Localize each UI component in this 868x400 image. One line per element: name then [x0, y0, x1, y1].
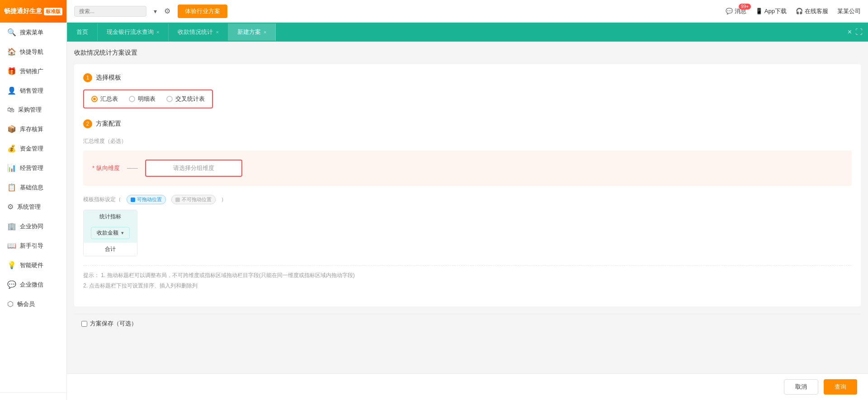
draggable-color-indicator — [131, 198, 135, 202]
dimension-area: 纵向维度 —— 请选择分组维度 — [83, 151, 852, 186]
sidebar-item-smart-hw[interactable]: 💡 智能硬件 — [0, 255, 66, 275]
tab-bar: 首页 现金银行流水查询 × 收款情况统计 × 新建方案 × × ⛶ — [67, 23, 868, 42]
metrics-sum-row: 合计 — [84, 243, 137, 256]
tab-home[interactable]: 首页 — [67, 24, 98, 41]
top-header: ▾ ⚙ 体验行业方案 💬 消息 99+ 📱 App下载 🎧 在线客服 某某公司 — [67, 0, 868, 23]
main-content: 收款情况统计方案设置 1 选择模板 汇总表 — [67, 42, 868, 373]
download-item[interactable]: 📱 App下载 — [755, 7, 787, 15]
sidebar-item-search[interactable]: 🔍 搜索菜单 — [0, 23, 66, 42]
notification-badge: 99+ — [739, 4, 751, 9]
non-draggable-label: 不可拖动位置 — [182, 196, 212, 203]
guide-icon: 📖 — [7, 241, 16, 250]
metrics-setting-title: 模板指标设定（ — [83, 196, 121, 203]
sidebar-label-corp-collab: 企业协同 — [20, 222, 43, 231]
radio-summary[interactable] — [91, 96, 98, 102]
query-button[interactable]: 查询 — [824, 379, 857, 395]
content-wrapper: 收款情况统计方案设置 1 选择模板 汇总表 — [67, 42, 868, 400]
main-area: ▾ ⚙ 体验行业方案 💬 消息 99+ 📱 App下载 🎧 在线客服 某某公司 — [67, 0, 868, 400]
tab-receipt-stats[interactable]: 收款情况统计 × — [169, 24, 228, 41]
template-option-cross[interactable]: 交叉统计表 — [166, 95, 205, 103]
sidebar-label-operations: 经营管理 — [20, 164, 43, 172]
tab-new-plan-close[interactable]: × — [264, 29, 266, 35]
support-item[interactable]: 🎧 在线客服 — [796, 7, 828, 15]
tab-close-all-button[interactable]: × — [848, 28, 852, 36]
tip1-text: 1. 拖动标题栏可以调整布局，不可跨维度或指标区域拖动栏目字段(只能在同一维度或… — [101, 272, 354, 278]
sidebar-item-basic-info[interactable]: 📋 基础信息 — [0, 178, 66, 197]
sidebar-item-membership[interactable]: ⬡ 畅会员 — [0, 294, 66, 314]
page-footer: 方案保存（可选） — [74, 314, 861, 333]
tip1: 提示： 1. 拖动标题栏可以调整布局，不可跨维度或指标区域拖动栏目字段(只能在同… — [83, 271, 852, 280]
dimension-placeholder[interactable]: 请选择分组维度 — [145, 160, 242, 177]
metric-tag-amount[interactable]: 收款金额 ▾ — [91, 227, 130, 239]
sidebar-item-guide[interactable]: 📖 新手引导 — [0, 236, 66, 255]
sidebar-item-inventory[interactable]: 📦 库存核算 — [0, 119, 66, 139]
message-icon: 💬 — [726, 8, 733, 14]
purchase-icon: 🛍 — [7, 106, 14, 114]
tab-expand-button[interactable]: ⛶ — [855, 28, 863, 36]
dimension-row: 纵向维度 —— 请选择分组维度 — [92, 160, 843, 177]
template-cross-label: 交叉统计表 — [175, 95, 205, 103]
tab-new-plan[interactable]: 新建方案 × — [228, 24, 276, 41]
template-option-summary[interactable]: 汇总表 — [91, 95, 118, 103]
tips-prefix: 提示： — [83, 272, 99, 278]
sidebar-label-quick-nav: 快捷导航 — [20, 48, 43, 56]
sidebar-item-marketing[interactable]: 🎁 营销推广 — [0, 61, 66, 81]
sidebar-label-finance: 资金管理 — [20, 145, 43, 153]
template-selector-wrapper: 汇总表 明细表 交叉统计表 — [83, 89, 852, 108]
template-option-detail[interactable]: 明细表 — [129, 95, 156, 103]
bottom-action-bar: 取消 查询 — [67, 373, 868, 400]
save-plan-checkbox-label[interactable]: 方案保存（可选） — [81, 320, 137, 328]
metric-tag-amount-label: 收款金额 — [97, 229, 118, 237]
quick-nav-icon: 🏠 — [7, 47, 16, 56]
non-draggable-color-indicator — [175, 198, 180, 202]
sidebar-label-basic-info: 基础信息 — [20, 184, 43, 192]
sidebar-item-sales[interactable]: 👤 销售管理 — [0, 81, 66, 100]
inventory-icon: 📦 — [7, 125, 16, 133]
header-dropdown-button[interactable]: ▾ — [154, 8, 157, 15]
system-icon: ⚙ — [7, 202, 14, 211]
sidebar-item-corp-wechat[interactable]: 💬 企业微信 — [0, 275, 66, 294]
summary-dimension-title: 汇总维度（必选） — [83, 137, 852, 145]
logo-text: 畅捷通好生意 — [4, 7, 42, 15]
sidebar-label-membership: 畅会员 — [17, 300, 35, 308]
step1-label: 选择模板 — [96, 74, 121, 82]
download-label: App下载 — [764, 7, 787, 15]
basic-info-icon: 📋 — [7, 183, 16, 192]
user-item[interactable]: 某某公司 — [837, 7, 861, 15]
template-selector: 汇总表 明细表 交叉统计表 — [83, 89, 213, 108]
template-summary-label: 汇总表 — [100, 95, 118, 103]
tab-bank-flow-close[interactable]: × — [156, 29, 159, 35]
tab-home-label: 首页 — [76, 28, 88, 36]
sidebar-label-system: 系统管理 — [17, 203, 41, 211]
notification-item[interactable]: 💬 消息 99+ — [726, 7, 746, 15]
header-search-input[interactable] — [74, 6, 146, 17]
settings-icon[interactable]: ⚙ — [164, 7, 170, 15]
draggable-label: 可拖动位置 — [137, 196, 162, 203]
metrics-container: 统计指标 收款金额 ▾ 合计 — [83, 210, 137, 256]
sidebar-item-quick-nav[interactable]: 🏠 快捷导航 — [0, 42, 66, 61]
save-plan-checkbox[interactable] — [81, 321, 87, 327]
sidebar-label-marketing: 营销推广 — [20, 67, 43, 75]
sidebar-label-corp-wechat: 企业微信 — [20, 281, 43, 289]
template-detail-label: 明细表 — [138, 95, 156, 103]
trial-button[interactable]: 体验行业方案 — [178, 5, 227, 18]
radio-detail[interactable] — [129, 96, 135, 102]
sidebar-item-purchase[interactable]: 🛍 采购管理 — [0, 100, 66, 119]
corp-wechat-icon: 💬 — [7, 280, 16, 289]
radio-cross[interactable] — [166, 96, 173, 102]
sidebar-label-search: 搜索菜单 — [20, 28, 43, 37]
sidebar-item-corp-collab[interactable]: 🏢 企业协同 — [0, 216, 66, 236]
step1-badge: 1 — [83, 73, 92, 82]
sidebar-label-smart-hw: 智能硬件 — [20, 261, 43, 269]
sidebar-item-system[interactable]: ⚙ 系统管理 — [0, 197, 66, 216]
sidebar-item-operations[interactable]: 📊 经营管理 — [0, 158, 66, 178]
sidebar-bottom — [0, 392, 66, 400]
tab-bank-flow[interactable]: 现金银行流水查询 × — [98, 24, 169, 41]
tab-receipt-stats-close[interactable]: × — [216, 29, 218, 35]
metric-dropdown-icon[interactable]: ▾ — [121, 230, 124, 236]
cancel-button[interactable]: 取消 — [784, 379, 818, 395]
sidebar-item-finance[interactable]: 💰 资金管理 — [0, 139, 66, 158]
config-card: 1 选择模板 汇总表 明细表 — [74, 64, 861, 306]
sidebar-label-sales: 销售管理 — [20, 87, 43, 95]
summary-dimension-section: 汇总维度（必选） 纵向维度 —— 请选择分组维度 — [83, 137, 852, 186]
